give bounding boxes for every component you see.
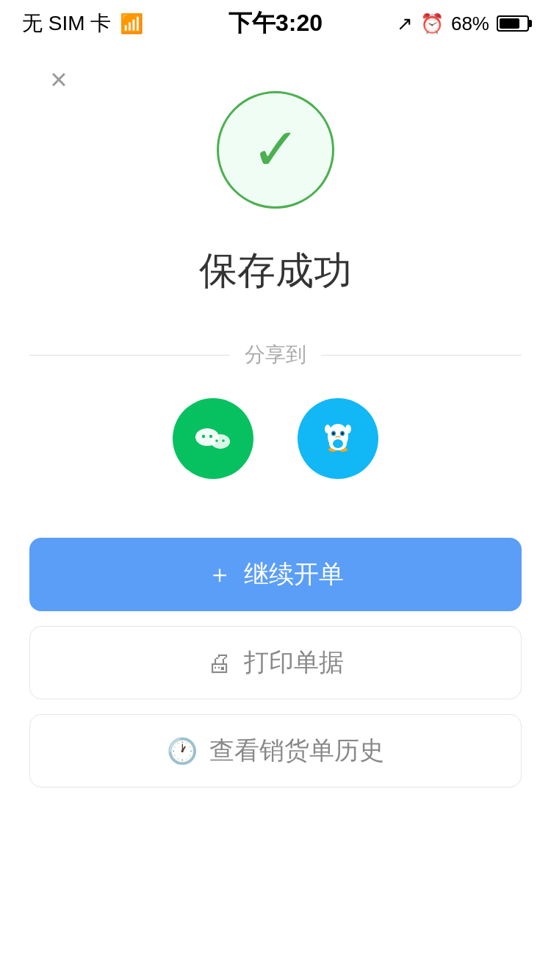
svg-point-13 — [345, 425, 351, 433]
continue-label: 继续开单 — [244, 558, 344, 591]
wifi-icon: 📶 — [120, 12, 143, 35]
printer-icon: 🖨 — [207, 649, 232, 677]
status-bar: 无 SIM 卡 📶 下午3:20 ↗ ⏰ 68% — [0, 0, 551, 47]
clock-icon: 🕐 — [167, 736, 198, 765]
svg-point-3 — [209, 435, 212, 438]
plus-icon: ＋ — [207, 558, 232, 591]
share-divider: 分享到 — [0, 341, 551, 369]
divider-line-left — [29, 355, 230, 356]
divider-line-right — [321, 355, 522, 356]
history-label: 查看销货单历史 — [209, 734, 384, 768]
battery-percent: 68% — [451, 12, 489, 35]
alarm-icon: ⏰ — [420, 12, 444, 35]
action-buttons: ＋ 继续开单 🖨 打印单据 🕐 查看销货单历史 — [0, 538, 551, 788]
svg-point-9 — [333, 433, 335, 435]
close-icon: × — [50, 65, 67, 94]
svg-point-17 — [333, 439, 343, 448]
share-label: 分享到 — [230, 341, 321, 369]
svg-point-2 — [202, 435, 205, 438]
svg-point-5 — [222, 439, 225, 442]
share-buttons-container — [173, 398, 378, 479]
battery-icon — [497, 15, 529, 32]
print-label: 打印单据 — [244, 646, 344, 680]
svg-point-1 — [211, 434, 230, 449]
close-button[interactable]: × — [37, 57, 81, 101]
success-title: 保存成功 — [199, 245, 352, 297]
svg-point-12 — [325, 425, 331, 433]
status-time: 下午3:20 — [228, 7, 323, 40]
location-icon: ↗ — [397, 12, 413, 35]
success-circle: ✓ — [217, 91, 334, 209]
status-left: 无 SIM 卡 📶 — [22, 10, 143, 37]
history-button[interactable]: 🕐 查看销货单历史 — [29, 714, 522, 788]
wechat-share-button[interactable] — [173, 398, 253, 479]
wechat-icon — [191, 417, 235, 461]
qq-share-button[interactable] — [298, 398, 378, 479]
status-right: ↗ ⏰ 68% — [397, 12, 529, 35]
checkmark-icon: ✓ — [251, 120, 300, 179]
qq-icon — [317, 417, 359, 460]
main-content: ✓ 保存成功 分享到 — [0, 47, 551, 788]
svg-point-10 — [342, 433, 344, 435]
carrier-text: 无 SIM 卡 — [22, 10, 111, 37]
continue-button[interactable]: ＋ 继续开单 — [29, 538, 522, 611]
svg-point-4 — [215, 439, 218, 442]
print-button[interactable]: 🖨 打印单据 — [29, 626, 522, 699]
